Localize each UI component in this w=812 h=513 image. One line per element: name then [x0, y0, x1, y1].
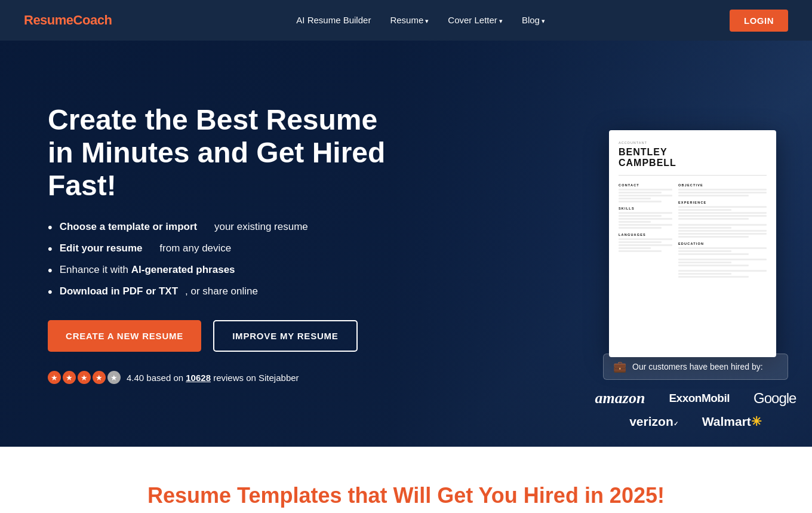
bullet-2: Edit your resume from any device: [48, 242, 394, 256]
login-button[interactable]: LOGIN: [730, 10, 788, 32]
create-resume-button[interactable]: CREATE A NEW RESUME: [48, 320, 201, 352]
rating-link[interactable]: 10628: [186, 373, 211, 383]
company-logos-row2: verizon✓ Walmart✳: [603, 414, 788, 429]
hired-by-badge: 💼 Our customers have been hired by: amaz…: [603, 354, 788, 429]
improve-resume-button[interactable]: IMPROVE MY RESUME: [213, 320, 358, 352]
bottom-title: Resume Templates that Will Get You Hired…: [24, 483, 788, 508]
star-5: ★: [107, 371, 121, 384]
bullet-3-rest: Enhance it with AI-generated phrases: [60, 264, 235, 276]
resume-preview-card: ACCOUNTANT BENTLEY CAMPBELL CONTACT SKIL…: [609, 130, 776, 357]
nav-link-cover-letter[interactable]: Cover Letter: [448, 15, 503, 25]
hired-by-label: 💼 Our customers have been hired by:: [603, 354, 788, 380]
bullet-1-rest: your existing resume: [214, 221, 308, 233]
bullet-3-bold: AI-generated phrases: [131, 264, 235, 275]
bullet-1: Choose a template or import your existin…: [48, 221, 394, 234]
resume-preview: ACCOUNTANT BENTLEY CAMPBELL CONTACT SKIL…: [609, 130, 776, 357]
nav-item-resume[interactable]: Resume: [390, 15, 429, 26]
star-4: ★: [93, 371, 106, 384]
walmart-logo: Walmart✳: [702, 414, 762, 429]
hired-by-text: Our customers have been hired by:: [632, 362, 763, 371]
nav-item-ai-resume-builder[interactable]: AI Resume Builder: [296, 15, 371, 26]
nav-item-blog[interactable]: Blog: [522, 15, 545, 26]
navbar: ResumeCoach AI Resume Builder Resume Cov…: [0, 0, 812, 41]
google-logo: Google: [753, 390, 796, 407]
nav-link-resume[interactable]: Resume: [390, 15, 429, 25]
bullet-1-bold: Choose a template or import: [60, 221, 197, 233]
nav-item-cover-letter[interactable]: Cover Letter: [448, 15, 503, 26]
resume-left-col: CONTACT SKILLS LANGUAGES: [619, 179, 672, 279]
bullet-4-bold: Download in PDF or TXT: [60, 285, 178, 297]
verizon-logo: verizon✓: [629, 414, 678, 429]
bullet-3: Enhance it with AI-generated phrases: [48, 264, 394, 277]
bullet-4: Download in PDF or TXT, or share online: [48, 285, 394, 299]
bottom-section: Resume Templates that Will Get You Hired…: [0, 447, 812, 513]
hero-title: Create the Best Resume in Minutes and Ge…: [48, 103, 394, 202]
amazon-logo: amazon: [595, 389, 645, 407]
logo-coach: Coach: [73, 13, 112, 27]
nav-link-blog[interactable]: Blog: [522, 15, 545, 25]
bullet-2-rest: from any device: [159, 242, 231, 254]
rating-value: 4.40 based on 10628 reviews on Sitejabbe…: [127, 373, 299, 383]
star-1: ★: [48, 371, 61, 384]
exxon-logo: ExxonMobil: [669, 392, 730, 405]
logo[interactable]: ResumeCoach: [24, 13, 112, 28]
star-3: ★: [78, 371, 91, 384]
nav-link-ai-resume-builder[interactable]: AI Resume Builder: [296, 15, 371, 25]
hero-bullets: Choose a template or import your existin…: [48, 221, 394, 299]
bullet-2-bold: Edit your resume: [60, 242, 143, 254]
resume-tag: ACCOUNTANT: [619, 141, 767, 145]
bullet-4-rest: , or share online: [185, 285, 258, 297]
briefcase-icon: 💼: [613, 360, 626, 373]
hero-buttons: CREATE A NEW RESUME IMPROVE MY RESUME: [48, 320, 394, 352]
nav-links: AI Resume Builder Resume Cover Letter Bl…: [296, 15, 545, 26]
hero-content: Create the Best Resume in Minutes and Ge…: [0, 67, 430, 420]
hero-rating: ★ ★ ★ ★ ★ 4.40 based on 10628 reviews on…: [48, 371, 394, 384]
company-logos-row1: amazon ExxonMobil Google: [603, 389, 788, 407]
resume-right-col: OBJECTIVE EXPERIENCE EDUCA: [678, 179, 767, 279]
star-2: ★: [63, 371, 76, 384]
hero-section: Create the Best Resume in Minutes and Ge…: [0, 41, 812, 447]
resume-name: BENTLEY CAMPBELL: [619, 147, 767, 168]
stars: ★ ★ ★ ★ ★: [48, 371, 121, 384]
logo-resume: Resume: [24, 13, 73, 27]
